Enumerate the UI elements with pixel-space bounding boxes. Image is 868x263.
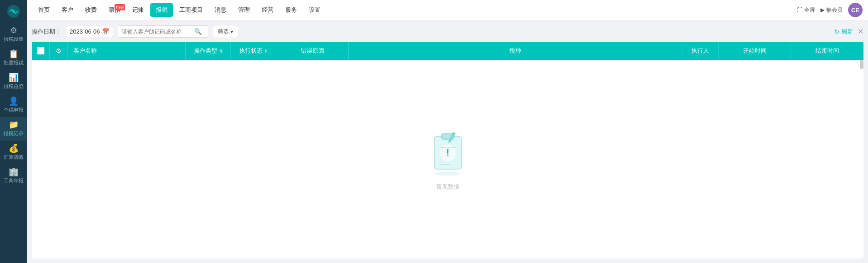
new-badge: new <box>115 4 125 10</box>
th-end-time-label: 结束时间 <box>815 47 839 55</box>
filter-label: 筛选 <box>218 28 229 35</box>
th-start-time: 开始时间 <box>719 42 791 60</box>
date-label: 操作日期： <box>32 28 61 36</box>
sidebar-item-baoshuizonglan[interactable]: 📊 报税总览 <box>0 70 27 93</box>
avatar[interactable]: CE <box>848 3 863 17</box>
fullscreen-label: 全屏 <box>804 6 815 14</box>
close-button[interactable]: ✕ <box>858 28 863 35</box>
main-area: 首页 客户 收费 票据 new 记账 报税 工商项目 消息 管理 经营 服务 设… <box>27 0 868 263</box>
nav-shoufei[interactable]: 收费 <box>80 3 102 17</box>
refresh-icon: ↻ <box>834 28 839 35</box>
nav-gongshang[interactable]: 工商项目 <box>174 3 208 17</box>
nav-baoshui[interactable]: 报税 <box>150 3 173 17</box>
batch-tax-icon: 📋 <box>9 50 19 58</box>
th-op-type[interactable]: 操作类型 ⇅ <box>186 42 231 60</box>
sort-icon: ⇅ <box>219 49 223 54</box>
th-exec-status-label: 执行状态 <box>239 47 263 55</box>
empty-state: ! <box>407 109 489 209</box>
nav-guanli[interactable]: 管理 <box>233 3 255 17</box>
nav-xiaoxi[interactable]: 消息 <box>209 3 232 17</box>
search-button[interactable]: 🔍 <box>191 26 206 37</box>
th-executor-label: 执行人 <box>691 47 709 55</box>
th-executor: 执行人 <box>682 42 719 60</box>
search-input[interactable] <box>118 26 191 37</box>
sort-icon: ⇅ <box>264 49 268 54</box>
sidebar-item-pilianbaoshui[interactable]: 📋 批量报税 <box>0 46 27 70</box>
svg-text:!: ! <box>446 147 449 158</box>
search-icon: 🔍 <box>194 28 202 35</box>
nav-shouye[interactable]: 首页 <box>33 3 55 17</box>
calendar-icon: 📅 <box>102 28 109 35</box>
app-logo <box>0 0 27 23</box>
date-picker[interactable]: 2023-06-06 📅 <box>66 26 113 37</box>
video-icon: ▶ <box>820 7 825 13</box>
th-tax-type: 税种 <box>349 42 682 60</box>
annual-report-icon: 🏢 <box>9 168 19 176</box>
sidebar-item-label: 批量报税 <box>4 59 24 66</box>
sidebar-item-baoshuishezhi[interactable]: ⚙ 报税设置 <box>0 23 27 46</box>
th-client-label: 客户名称 <box>73 47 97 55</box>
nav-shezhi[interactable]: 设置 <box>303 3 326 17</box>
th-op-type-label: 操作类型 <box>194 47 217 55</box>
nav-fuwu[interactable]: 服务 <box>280 3 302 17</box>
nav-jizhang[interactable]: 记账 <box>127 3 149 17</box>
th-client: 客户名称 <box>68 42 186 60</box>
nav-items: 首页 客户 收费 票据 new 记账 报税 工商项目 消息 管理 经营 服务 设… <box>33 3 797 17</box>
sidebar-item-label: 报税总览 <box>4 83 24 90</box>
nav-piao[interactable]: 票据 new <box>103 3 126 17</box>
column-settings-icon[interactable]: ⚙ <box>56 47 62 54</box>
scrollbar-thumb[interactable] <box>860 60 863 69</box>
search-box: 🔍 <box>118 25 208 38</box>
empty-text: 暂无数据 <box>436 183 460 191</box>
svg-point-1 <box>12 10 15 13</box>
sidebar: ⚙ 报税设置 📋 批量报税 📊 报税总览 👤 个税申报 📁 报税记录 💰 汇算清… <box>0 0 27 263</box>
settings-icon: ⚙ <box>10 26 17 34</box>
content: 操作日期： 2023-06-06 📅 🔍 筛选 ▾ ↻ 刷新 ✕ <box>27 20 868 263</box>
table-body: ! <box>32 60 863 258</box>
svg-point-11 <box>435 172 460 175</box>
th-error-reason: 错误原因 <box>276 42 349 60</box>
table-container: ⚙ 客户名称 操作类型 ⇅ 执行状态 ⇅ 错误原因 税种 <box>32 42 863 258</box>
th-tax-type-label: 税种 <box>509 47 521 55</box>
sidebar-item-label: 工商年报 <box>4 177 24 184</box>
fullscreen-icon: ⛶ <box>797 7 802 13</box>
record-icon: 📁 <box>9 121 19 129</box>
member-btn[interactable]: ▶ 畅会员 <box>820 6 843 14</box>
filter-button[interactable]: 筛选 ▾ <box>213 25 238 38</box>
th-settings[interactable]: ⚙ <box>50 42 68 60</box>
nav-kehu[interactable]: 客户 <box>56 3 79 17</box>
select-all-checkbox[interactable] <box>37 47 44 54</box>
th-checkbox[interactable] <box>32 42 50 60</box>
th-end-time: 结束时间 <box>791 42 863 60</box>
overview-icon: 📊 <box>9 73 19 82</box>
member-label: 畅会员 <box>826 6 843 14</box>
sidebar-item-gongshangnianbao[interactable]: 🏢 工商年报 <box>0 164 27 188</box>
fullscreen-btn[interactable]: ⛶ 全屏 <box>797 6 815 14</box>
settlement-icon: 💰 <box>9 144 19 152</box>
personal-tax-icon: 👤 <box>9 97 19 105</box>
toolbar: 操作日期： 2023-06-06 📅 🔍 筛选 ▾ ↻ 刷新 ✕ <box>32 25 863 38</box>
topnav-right: ⛶ 全屏 ▶ 畅会员 CE <box>797 3 863 17</box>
sidebar-item-label: 报税记录 <box>4 130 24 137</box>
sidebar-item-label: 个税申报 <box>4 107 24 113</box>
th-error-reason-label: 错误原因 <box>301 47 324 55</box>
th-start-time-label: 开始时间 <box>743 47 767 55</box>
chevron-down-icon: ▾ <box>230 29 233 35</box>
sidebar-item-label: 汇算清缴 <box>4 154 24 161</box>
empty-illustration: ! <box>425 127 470 177</box>
sidebar-item-geshuishenbao[interactable]: 👤 个税申报 <box>0 93 27 117</box>
refresh-button[interactable]: ↻ 刷新 <box>834 28 853 36</box>
nav-jingying[interactable]: 经营 <box>256 3 279 17</box>
sidebar-item-huisuanjiaona[interactable]: 💰 汇算清缴 <box>0 141 27 164</box>
th-exec-status[interactable]: 执行状态 ⇅ <box>231 42 276 60</box>
table-header: ⚙ 客户名称 操作类型 ⇅ 执行状态 ⇅ 错误原因 税种 <box>32 42 863 60</box>
topnav: 首页 客户 收费 票据 new 记账 报税 工商项目 消息 管理 经营 服务 设… <box>27 0 868 20</box>
date-value: 2023-06-06 <box>70 28 100 35</box>
sidebar-item-baoshuijilu[interactable]: 📁 报税记录 <box>0 117 27 141</box>
refresh-label: 刷新 <box>841 28 853 36</box>
sidebar-item-label: 报税设置 <box>4 36 24 43</box>
